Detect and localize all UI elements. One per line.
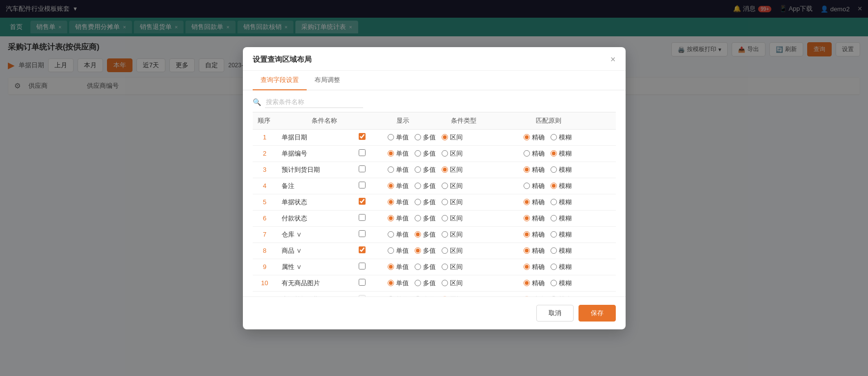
modal-tab-fields[interactable]: 查询字段设置 (253, 71, 307, 90)
modal-tabs: 查询字段设置 布局调整 (243, 71, 626, 90)
modal-title: 设置查询区域布局 (253, 55, 312, 64)
settings-modal: 设置查询区域布局 × 查询字段设置 布局调整 🔍 顺序 条件名称 显示 条件类型 (243, 47, 626, 102)
modal-tab-layout[interactable]: 布局调整 (307, 71, 348, 90)
modal-header: 设置查询区域布局 × (243, 47, 626, 71)
modal-search-area: 🔍 (243, 90, 626, 102)
search-input[interactable] (265, 96, 363, 102)
modal-close-button[interactable]: × (610, 55, 616, 64)
search-icon: 🔍 (253, 98, 261, 102)
modal-backdrop: 设置查询区域布局 × 查询字段设置 布局调整 🔍 顺序 条件名称 显示 条件类型 (0, 0, 868, 101)
